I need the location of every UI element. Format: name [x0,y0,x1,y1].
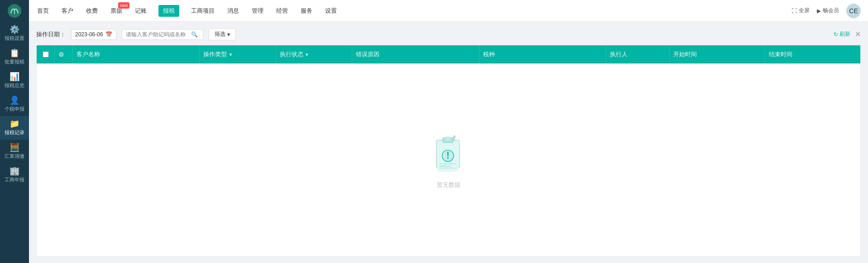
nav-shezhi[interactable]: 设置 [324,5,338,17]
refresh-icon: ↻ [834,31,838,38]
th-exec-status[interactable]: 执行状态 ▼ [276,45,352,63]
calc-icon: 🧮 [10,143,19,151]
th-customer-name: 客户名称 [73,45,200,63]
sidebar-item-huisuan-qingsuan[interactable]: 🧮 汇算清缴 [0,140,29,163]
svg-rect-8 [445,136,450,139]
search-box[interactable]: 🔍 [122,29,203,40]
video-icon: ▶ [817,8,821,14]
th-end-time: 结束时间 [765,45,860,63]
nav-xiaoxi[interactable]: 消息 [226,5,240,17]
member-button[interactable]: ▶ 畅会员 [817,7,839,15]
avatar[interactable]: CE [846,4,861,18]
close-button[interactable]: ✕ [855,30,861,39]
topnav: 首页 客户 收费 票据 new 记账 报税 工商项目 消息 管理 经营 服务 设… [29,0,868,22]
search-icon: 🔍 [191,31,198,38]
sidebar-logo [0,0,29,22]
sidebar-item-geshuishenbo[interactable]: 👤 个税申报 [0,93,29,116]
sidebar-item-gongshang-nianbao[interactable]: 🏢 工商年报 [0,163,29,187]
sidebar-item-baoshui-shezhi[interactable]: ⚙️ 报税设置 [0,22,29,45]
filter-exec-status-icon: ▼ [305,52,309,57]
empty-text: 暂无数据 [437,181,460,189]
main-area: 首页 客户 收费 票据 new 记账 报税 工商项目 消息 管理 经营 服务 设… [29,0,868,263]
page-container: 操作日期： 2023-06-06 📅 🔍 筛选 ▾ ↻ 刷新 [29,22,868,263]
nav-shoufei[interactable]: 收费 [85,5,99,17]
svg-point-14 [436,168,459,171]
th-checkbox[interactable] [37,45,55,63]
sidebar: ⚙️ 报税设置 📋 批量报税 📊 报税总览 👤 个税申报 📁 报税记录 🧮 汇算… [0,0,29,263]
settings-icon: ⚙️ [10,25,19,34]
search-input[interactable] [126,31,189,38]
empty-illustration [426,131,471,176]
settings-col-icon: ⚙ [58,51,64,58]
overview-icon: 📊 [10,73,19,81]
svg-rect-10 [447,151,448,156]
nav-jizhang[interactable]: 记账 [134,5,148,17]
table-body: 暂无数据 [37,63,860,256]
refresh-button[interactable]: ↻ 刷新 [834,30,850,38]
th-executor: 执行人 [606,45,670,63]
sidebar-item-piliang-baoshui[interactable]: 📋 批量报税 [0,45,29,69]
sidebar-item-baoshui-jilu[interactable]: 📁 报税记录 [0,116,29,140]
sidebar-item-baoshui-zonlan[interactable]: 📊 报税总览 [0,69,29,93]
table-header: ⚙ 客户名称 操作类型 ▼ 执行状态 ▼ 错误原因 [37,45,860,63]
record-icon: 📁 [10,120,19,128]
filter-operation-type-icon: ▼ [228,52,233,57]
select-all-checkbox[interactable] [43,51,49,58]
table: ⚙ 客户名称 操作类型 ▼ 执行状态 ▼ 错误原因 [36,45,861,257]
th-tax-type: 税种 [480,45,606,63]
date-label: 操作日期： [36,30,66,39]
nav-gongshang-xiangmu[interactable]: 工商项目 [190,5,216,17]
toolbar: 操作日期： 2023-06-06 📅 🔍 筛选 ▾ ↻ 刷新 [36,28,861,40]
th-error-reason: 错误原因 [352,45,479,63]
topnav-right: ⛶ 全屏 ▶ 畅会员 CE [791,4,861,18]
nav-customer[interactable]: 客户 [61,5,74,17]
toolbar-right: ↻ 刷新 ✕ [834,30,861,39]
chevron-down-icon: ▾ [227,31,230,38]
person-tax-icon: 👤 [10,96,19,104]
batch-tax-icon: 📋 [10,49,19,57]
svg-point-11 [447,157,449,159]
calendar-icon: 📅 [106,31,112,38]
th-operation-type[interactable]: 操作类型 ▼ [200,45,276,63]
content-area: 操作日期： 2023-06-06 📅 🔍 筛选 ▾ ↻ 刷新 [29,22,868,263]
nav-fuwu[interactable]: 服务 [300,5,313,17]
date-input[interactable]: 2023-06-06 📅 [71,29,116,40]
filter-button[interactable]: 筛选 ▾ [209,28,236,40]
svg-rect-12 [440,163,456,164]
building-icon: 🏢 [10,167,19,175]
nav-piaoju[interactable]: 票据 new [110,5,123,17]
fullscreen-icon: ⛶ [791,8,797,14]
fullscreen-button[interactable]: ⛶ 全屏 [791,7,810,15]
new-badge: new [118,2,129,9]
th-start-time: 开始时间 [670,45,765,63]
svg-rect-13 [440,166,451,166]
th-settings: ⚙ [55,45,73,63]
empty-state: 暂无数据 [417,122,480,198]
nav-baoshui[interactable]: 报税 [158,5,179,17]
nav-guanli[interactable]: 管理 [251,5,264,17]
nav-home[interactable]: 首页 [36,5,50,17]
nav-jingying[interactable]: 经营 [275,5,289,17]
